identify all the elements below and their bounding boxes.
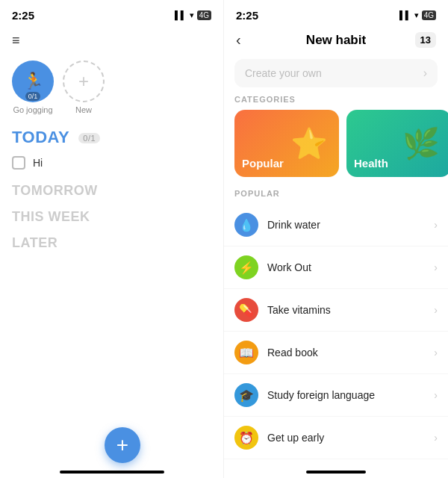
left-top-bar: ≡ — [0, 27, 223, 55]
chevron-icon-3: › — [434, 347, 438, 358]
habit-list-item[interactable]: 🎓 Study foreign language › — [224, 374, 448, 417]
habit-list-item[interactable]: ⏰ Get up early › — [224, 417, 448, 459]
categories-row: Popular ⭐ Health 🌿 — [224, 110, 448, 187]
this-week-section: THIS WEEK — [0, 202, 223, 228]
habit-icon-0: 💧 — [234, 213, 258, 237]
today-section: TODAY 0/1 — [0, 123, 223, 150]
chevron-icon-0: › — [434, 219, 438, 231]
go-jogging-circle-wrap: 🏃 0/1 Go jogging — [12, 60, 54, 114]
habit-list-item[interactable]: ⚡ Work Out › — [224, 246, 448, 289]
habit-list: 💧 Drink water › ⚡ Work Out › 💊 Take vita… — [224, 204, 448, 466]
tomorrow-section: TOMORROW — [0, 176, 223, 202]
this-week-label: THIS WEEK — [12, 209, 90, 224]
tomorrow-label: TOMORROW — [12, 183, 98, 198]
plus-icon: + — [78, 71, 89, 92]
health-label: Health — [354, 157, 388, 170]
chevron-icon-4: › — [434, 389, 438, 401]
right-panel: 2:25 ▌▌ ▾ 4G ‹ New habit 13 Create your … — [224, 0, 448, 478]
jogging-label: Go jogging — [13, 105, 52, 114]
later-section: LATER — [0, 228, 223, 254]
habit-circles-row: 🏃 0/1 Go jogging + New — [0, 55, 223, 123]
left-status-icons: ▌▌ ▾ 4G — [175, 10, 211, 20]
habit-icon-3: 📖 — [234, 341, 258, 364]
hamburger-icon[interactable]: ≡ — [12, 33, 20, 49]
go-jogging-circle[interactable]: 🏃 0/1 — [12, 60, 54, 102]
habit-name-2: Take vitamins — [267, 304, 434, 316]
hi-checkbox[interactable] — [12, 156, 25, 170]
chevron-icon-2: › — [434, 304, 438, 316]
status-bar-right: 2:25 ▌▌ ▾ 4G — [224, 0, 448, 27]
habit-name-3: Read book — [267, 347, 434, 358]
create-own-arrow-icon: › — [423, 66, 427, 80]
jogging-badge: 0/1 — [25, 92, 41, 101]
right-status-time: 2:25 — [236, 9, 258, 22]
popular-category-card[interactable]: Popular ⭐ — [234, 110, 339, 177]
later-label: LATER — [12, 235, 57, 250]
habit-name-1: Work Out — [267, 261, 434, 273]
left-status-time: 2:25 — [12, 9, 34, 22]
fab-button[interactable]: + — [105, 427, 140, 463]
right-top-bar: ‹ New habit 13 — [224, 27, 448, 55]
habit-list-item[interactable]: 💊 Take vitamins › — [224, 289, 448, 332]
today-label: TODAY — [12, 128, 69, 146]
popular-deco: ⭐ — [279, 110, 339, 177]
create-own-text: Create your own — [245, 67, 322, 79]
right-panel-title: New habit — [306, 33, 366, 48]
right-bottom-bar — [306, 471, 366, 474]
habit-hi-item[interactable]: Hi — [0, 150, 223, 176]
back-button[interactable]: ‹ — [236, 31, 241, 49]
habit-list-item[interactable]: 📖 Read book › — [224, 332, 448, 374]
habit-icon-1: ⚡ — [234, 255, 258, 279]
categories-label: CATEGORIES — [224, 95, 448, 110]
habit-name-5: Get up early — [267, 432, 434, 444]
chevron-icon-5: › — [434, 432, 438, 444]
chevron-icon-1: › — [434, 261, 438, 273]
status-bar-left: 2:25 ▌▌ ▾ 4G — [0, 0, 223, 27]
left-panel: 2:25 ▌▌ ▾ 4G ≡ 🏃 0/1 Go jogging + New TO… — [0, 0, 224, 478]
health-deco: 🌿 — [391, 110, 448, 177]
popular-label: Popular — [242, 157, 284, 170]
create-own-row[interactable]: Create your own › — [234, 59, 438, 87]
hi-label: Hi — [33, 157, 43, 169]
habit-list-item[interactable]: 💧 Drink water › — [224, 204, 448, 246]
right-status-icons: ▌▌ ▾ 4G — [399, 10, 436, 20]
habit-name-4: Study foreign language — [267, 389, 434, 401]
popular-section-label: POPULAR — [224, 187, 448, 204]
habit-icon-5: ⏰ — [234, 426, 258, 450]
new-label: New — [75, 105, 92, 114]
habit-list-item[interactable]: ♻️ Waste sorting › — [224, 459, 448, 466]
calendar-button[interactable]: 13 — [415, 32, 436, 48]
health-category-card[interactable]: Health 🌿 — [346, 110, 448, 177]
today-badge: 0/1 — [78, 133, 100, 143]
habit-icon-4: 🎓 — [234, 383, 258, 407]
jogging-icon: 🏃 — [23, 72, 43, 91]
new-circle-wrap: + New — [63, 60, 105, 114]
left-bottom-bar — [60, 471, 164, 474]
habit-name-0: Drink water — [267, 219, 434, 231]
new-habit-circle[interactable]: + — [63, 60, 105, 102]
habit-icon-2: 💊 — [234, 298, 258, 322]
